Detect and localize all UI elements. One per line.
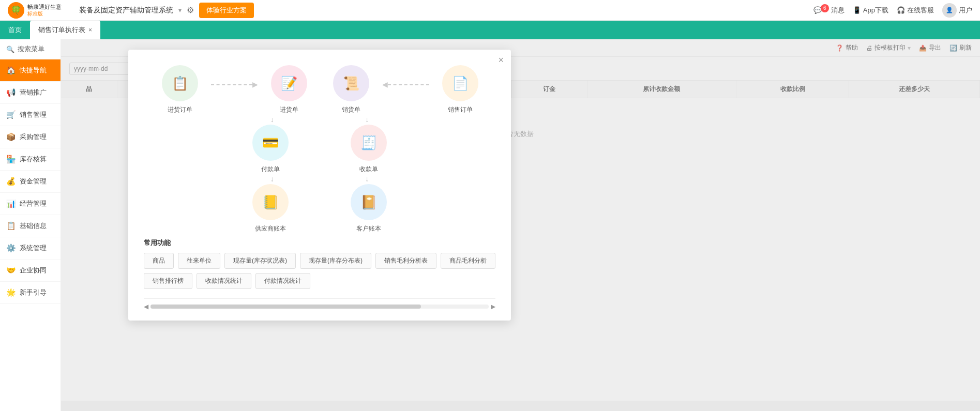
modal-overlay[interactable]: × 📋 进货订单 ▶: [61, 39, 980, 411]
purchase-icon: 📦: [6, 132, 16, 142]
tab-close-icon[interactable]: ×: [88, 26, 92, 34]
newbie-icon: 🌟: [6, 288, 16, 297]
sidebar-item-basic-info[interactable]: 📋 基础信息: [0, 215, 61, 237]
app-download-item[interactable]: 📱 App下载: [853, 6, 888, 15]
func-btn-1[interactable]: 往来单位: [178, 253, 220, 269]
avatar: 👤: [942, 3, 957, 18]
purchase-bill-node[interactable]: 📝: [271, 65, 307, 101]
experience-btn[interactable]: 体验行业方案: [199, 3, 254, 18]
purchase-bill-label: 进货单: [280, 105, 298, 114]
finance-icon: 💰: [6, 177, 16, 186]
scroll-track[interactable]: [150, 305, 489, 309]
flow-item-receipt-bill: 🧾 收款单: [338, 125, 400, 174]
flow-item-purchase-order: 📋 进货订单: [149, 65, 211, 114]
sidebar-item-purchase[interactable]: 📦 采购管理: [0, 126, 61, 148]
arrow-purchase-to-bill: ▶: [211, 81, 258, 88]
func-btn-0[interactable]: 商品: [144, 253, 174, 269]
system-title: 装备及固定资产辅助管理系统: [79, 6, 173, 15]
supplier-account-node[interactable]: 📒: [252, 184, 289, 220]
system-icon: ⚙️: [6, 243, 16, 253]
func-row-1: 商品 往来单位 现存量(库存状况表) 现存量(库存分布表) 销售毛利分析表 商品…: [144, 253, 495, 269]
sales-order-label: 销售订单: [448, 105, 473, 114]
func-btn-7[interactable]: 收款情况统计: [197, 273, 251, 289]
tab-home[interactable]: 首页: [0, 21, 30, 39]
sales-icon: 🛒: [6, 110, 16, 119]
customer-account-label: 客户账本: [356, 224, 381, 233]
basic-info-icon: 📋: [6, 221, 16, 231]
sidebar-item-system[interactable]: ⚙️ 系统管理: [0, 237, 61, 260]
down-arrow-receipt: ↓: [339, 175, 396, 183]
func-btn-5[interactable]: 商品毛利分析: [441, 253, 495, 269]
common-functions: 常用功能 商品 往来单位 现存量(库存状况表) 现存量(库存分布表) 销售毛利分…: [144, 238, 495, 298]
arrow-sales-order-to-bill: ◀: [382, 81, 429, 88]
sidebar-item-operations[interactable]: 📊 经营管理: [0, 193, 61, 215]
message-item[interactable]: 💬 6 消息: [813, 6, 845, 15]
func-btn-6[interactable]: 销售排行榜: [144, 273, 192, 289]
header-left: 🍀 畅康通好生意 标准版 装备及固定资产辅助管理系统 ▾ ⚙ 体验行业方案: [8, 2, 254, 19]
flow-item-sales-order: 📄 销售订单: [429, 65, 491, 114]
purchase-order-node[interactable]: 📋: [162, 65, 198, 101]
sidebar-item-sales[interactable]: 🛒 销售管理: [0, 104, 61, 126]
func-row-2: 销售排行榜 收款情况统计 付款情况统计: [144, 273, 495, 289]
down-arrow-payment: ↓: [244, 175, 300, 183]
flow-item-purchase-bill: 📝 进货单: [258, 65, 320, 114]
headset-icon: 🎧: [897, 6, 905, 14]
flow-item-customer-account: 📔 客户账本: [338, 184, 400, 233]
search-icon: 🔍: [6, 45, 14, 53]
header-right: 💬 6 消息 📱 App下载 🎧 在线客服 👤 用户: [813, 3, 972, 18]
func-btn-4[interactable]: 销售毛利分析表: [375, 253, 436, 269]
sales-bill-label: 销货单: [342, 105, 360, 114]
flow-row-1: 📋 进货订单 ▶ 📝 进货单: [149, 65, 490, 114]
scroll-hint: ◀ ▶: [144, 298, 495, 310]
receipt-bill-node[interactable]: 🧾: [351, 125, 387, 161]
marketing-icon: 📢: [6, 88, 16, 97]
flow-down-arrows-2: ↓ ↓: [149, 175, 490, 183]
system-dropdown-arrow[interactable]: ▾: [178, 7, 182, 14]
sidebar-item-newbie[interactable]: 🌟 新手引导: [0, 282, 61, 304]
receipt-bill-label: 收款单: [359, 165, 378, 174]
user-item[interactable]: 👤 用户: [942, 3, 972, 18]
flow-down-arrows-1: ↓ ↓: [149, 115, 490, 124]
sales-order-node[interactable]: 📄: [442, 65, 478, 101]
operations-icon: 📊: [6, 199, 16, 208]
flow-row-2: 💳 付款单 🧾 收款单: [149, 125, 490, 174]
tab-sales-order[interactable]: 销售订单执行表 ×: [30, 21, 100, 39]
purchase-order-label: 进货订单: [168, 105, 192, 114]
func-btn-3[interactable]: 现存量(库存分布表): [300, 253, 371, 269]
func-btn-8[interactable]: 付款情况统计: [255, 273, 310, 289]
modal-box: × 📋 进货订单 ▶: [128, 50, 511, 321]
flow-diagram: 📋 进货订单 ▶ 📝 进货单: [144, 60, 495, 233]
sidebar-item-marketing[interactable]: 📢 营销推广: [0, 82, 61, 104]
home-icon: 🏠: [6, 66, 16, 75]
common-functions-title: 常用功能: [144, 238, 495, 248]
payment-bill-node[interactable]: 💳: [252, 125, 289, 161]
avatar-text: 👤: [946, 7, 953, 13]
app-download-icon: 📱: [853, 6, 861, 14]
sidebar-item-inventory[interactable]: 🏪 库存核算: [0, 148, 61, 171]
modal-close-btn[interactable]: ×: [498, 55, 504, 66]
scroll-right-arrow[interactable]: ▶: [491, 303, 495, 310]
enterprise-icon: 🤝: [6, 266, 16, 275]
logo-text: 畅康通好生意 标准版: [27, 3, 62, 17]
search-menu[interactable]: 🔍 搜索菜单: [0, 39, 61, 59]
flow-item-supplier-account: 📒 供应商账本: [239, 184, 301, 233]
content-area: ❓ 帮助 🖨 按模板打印 ▾ 📤 导出 🔄 刷新 📅 单据状态: [61, 39, 980, 411]
payment-bill-label: 付款单: [261, 165, 280, 174]
top-header: 🍀 畅康通好生意 标准版 装备及固定资产辅助管理系统 ▾ ⚙ 体验行业方案 💬 …: [0, 0, 980, 21]
logo-area: 🍀 畅康通好生意 标准版: [8, 2, 69, 19]
main-layout: 🔍 搜索菜单 🏠 快捷导航 📢 营销推广 🛒 销售管理 📦 采购管理 🏪 库存核…: [0, 39, 980, 411]
flow-row-3: 📒 供应商账本 📔 客户账本: [149, 184, 490, 233]
down-arrow-sales-bill: ↓: [339, 115, 396, 124]
flow-item-sales-bill: 📜 销货单: [320, 65, 382, 114]
sidebar-item-finance[interactable]: 💰 资金管理: [0, 171, 61, 193]
settings-icon[interactable]: ⚙: [187, 5, 194, 15]
sales-bill-node[interactable]: 📜: [333, 65, 369, 101]
customer-account-node[interactable]: 📔: [351, 184, 387, 220]
online-service-item[interactable]: 🎧 在线客服: [897, 6, 934, 15]
scroll-thumb: [150, 305, 421, 309]
sidebar-item-enterprise[interactable]: 🤝 企业协同: [0, 260, 61, 282]
supplier-account-label: 供应商账本: [255, 224, 286, 233]
func-btn-2[interactable]: 现存量(库存状况表): [224, 253, 296, 269]
sidebar-item-quick-nav[interactable]: 🏠 快捷导航: [0, 59, 61, 82]
scroll-left-arrow[interactable]: ◀: [144, 303, 148, 310]
